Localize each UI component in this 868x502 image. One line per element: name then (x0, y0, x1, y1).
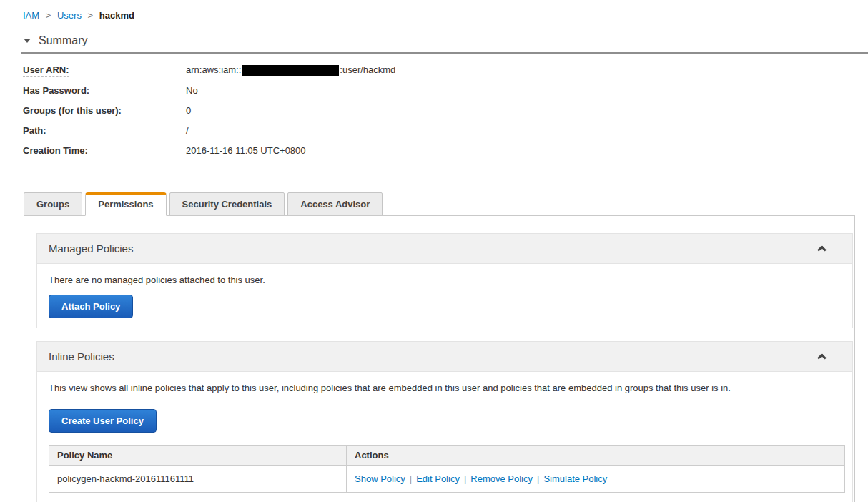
field-row-path: Path: / (23, 125, 868, 136)
tab-security-credentials[interactable]: Security Credentials (169, 192, 285, 215)
policy-name-cell: policygen-hackmd-201611161111 (49, 466, 347, 493)
summary-title: Summary (39, 34, 87, 47)
chevron-up-icon[interactable] (817, 353, 827, 363)
field-value-path: / (186, 125, 189, 136)
managed-policies-empty-text: There are no managed policies attached t… (49, 275, 841, 285)
tab-groups[interactable]: Groups (24, 192, 82, 215)
column-header-policy-name: Policy Name (49, 446, 347, 466)
attach-policy-button[interactable]: Attach Policy (49, 295, 133, 318)
simulate-policy-link[interactable]: Simulate Policy (543, 473, 607, 484)
redacted-account-id (242, 65, 339, 76)
field-row-groups: Groups (for this user): 0 (23, 105, 868, 116)
edit-policy-link[interactable]: Edit Policy (416, 473, 460, 484)
managed-policies-body: There are no managed policies attached t… (37, 264, 852, 328)
remove-policy-link[interactable]: Remove Policy (470, 473, 533, 484)
field-value-groups: 0 (186, 105, 191, 116)
triangle-down-icon (24, 39, 31, 43)
inline-policies-section: Inline Policies This view shows all inli… (36, 341, 853, 502)
field-label-groups: Groups (for this user): (23, 105, 186, 116)
create-user-policy-button[interactable]: Create User Policy (49, 409, 157, 433)
field-label-user-arn: User ARN: (23, 64, 186, 76)
field-value-creation-time: 2016-11-16 11:05 UTC+0800 (186, 145, 306, 156)
tab-bar: Groups Permissions Security Credentials … (24, 192, 868, 215)
inline-policies-header[interactable]: Inline Policies (37, 342, 852, 372)
field-value-has-password: No (186, 85, 198, 96)
inline-policies-title: Inline Policies (49, 350, 114, 363)
arn-suffix: :user/hackmd (340, 64, 395, 75)
field-row-has-password: Has Password: No (23, 85, 868, 96)
summary-fields: User ARN: arn:aws:iam:::user/hackmd Has … (23, 64, 868, 156)
actions-separator: | (537, 473, 539, 484)
chevron-up-icon[interactable] (817, 245, 827, 255)
table-row: policygen-hackmd-201611161111 Show Polic… (49, 466, 845, 493)
managed-policies-section: Managed Policies There are no managed po… (36, 233, 853, 328)
show-policy-link[interactable]: Show Policy (355, 473, 405, 484)
inline-policies-table: Policy Name Actions policygen-hackmd-201… (49, 445, 845, 493)
policy-actions-cell: Show Policy|Edit Policy|Remove Policy|Si… (347, 466, 845, 493)
arn-prefix: arn:aws:iam:: (186, 64, 241, 75)
tab-permissions[interactable]: Permissions (85, 192, 166, 216)
summary-section-toggle[interactable]: Summary (24, 34, 868, 47)
managed-policies-header[interactable]: Managed Policies (37, 234, 852, 264)
permissions-tab-panel: Managed Policies There are no managed po… (24, 215, 855, 502)
column-header-actions: Actions (347, 446, 845, 466)
breadcrumb-separator: > (46, 10, 51, 21)
field-value-user-arn: arn:aws:iam:::user/hackmd (186, 64, 395, 76)
field-label-has-password: Has Password: (23, 85, 186, 96)
field-row-creation-time: Creation Time: 2016-11-16 11:05 UTC+0800 (23, 145, 868, 156)
breadcrumb-current-user: hackmd (99, 10, 134, 21)
table-header-row: Policy Name Actions (49, 446, 845, 466)
inline-policies-description: This view shows all inline policies that… (49, 383, 841, 393)
managed-policies-title: Managed Policies (49, 242, 133, 255)
breadcrumb-separator: > (88, 10, 94, 21)
breadcrumb-link-iam[interactable]: IAM (23, 10, 39, 21)
field-label-creation-time: Creation Time: (23, 145, 186, 156)
summary-divider (21, 52, 868, 54)
breadcrumb-link-users[interactable]: Users (57, 10, 82, 21)
field-row-user-arn: User ARN: arn:aws:iam:::user/hackmd (23, 64, 868, 76)
inline-policies-body: This view shows all inline policies that… (37, 372, 852, 502)
field-label-path: Path: (23, 125, 186, 136)
actions-separator: | (464, 473, 466, 484)
breadcrumb: IAM > Users > hackmd (23, 10, 868, 21)
tab-access-advisor[interactable]: Access Advisor (287, 192, 383, 215)
actions-separator: | (410, 473, 412, 484)
